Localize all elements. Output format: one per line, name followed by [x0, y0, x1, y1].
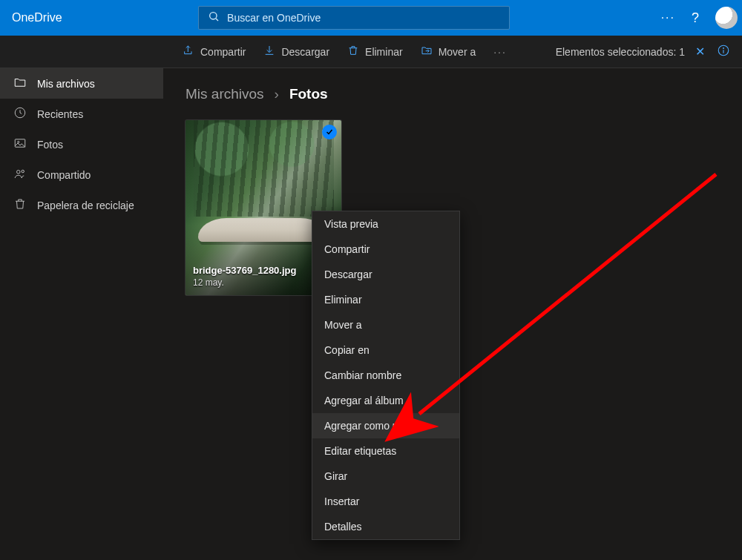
delete-label: Eliminar [365, 46, 403, 58]
context-menu-item[interactable]: Cambiar nombre [312, 363, 459, 388]
photo-filename: bridge-53769_1280.jpg [193, 265, 296, 276]
download-label: Descargar [281, 46, 329, 58]
sidebar-item-label: Papelera de reciclaje [37, 200, 134, 211]
download-button[interactable]: Descargar [263, 45, 329, 59]
share-button[interactable]: Compartir [183, 45, 246, 59]
avatar[interactable] [715, 7, 738, 29]
search-box[interactable] [198, 6, 510, 30]
image-icon [13, 136, 27, 152]
context-menu-item[interactable]: Mover a [312, 312, 459, 337]
sidebar-item-label: Fotos [37, 139, 63, 151]
sidebar-item-recent[interactable]: Recientes [0, 99, 163, 129]
delete-button[interactable]: Eliminar [347, 45, 403, 59]
context-menu-item[interactable]: Insertar [312, 489, 459, 514]
sidebar-item-recycle-bin[interactable]: Papelera de reciclaje [0, 190, 163, 220]
context-menu-item[interactable]: Eliminar [312, 287, 459, 312]
download-icon [263, 45, 275, 59]
header-more-icon[interactable]: ··· [661, 11, 675, 24]
selection-count: Elementos seleccionados: 1 [556, 46, 685, 58]
context-menu-item[interactable]: Vista previa [312, 211, 459, 237]
command-more-icon[interactable]: ··· [493, 46, 507, 58]
chevron-right-icon: › [275, 86, 279, 102]
svg-point-0 [210, 13, 217, 19]
context-menu-item[interactable]: Compartir [312, 237, 459, 262]
svg-point-7 [18, 141, 19, 142]
search-input[interactable] [227, 12, 500, 24]
folder-icon [13, 76, 27, 91]
breadcrumb: Mis archivos › Fotos [186, 86, 720, 102]
context-menu-item[interactable]: Agregar al álbum [312, 388, 459, 413]
context-menu-item[interactable]: Editar etiquetas [312, 438, 459, 464]
trash-icon [347, 45, 359, 59]
move-to-label: Mover a [439, 46, 476, 58]
context-menu-item[interactable]: Detalles [312, 514, 459, 539]
svg-point-9 [22, 170, 24, 172]
move-to-button[interactable]: Mover a [421, 45, 476, 59]
sidebar-item-label: Recientes [37, 108, 83, 120]
folder-move-icon [421, 45, 433, 59]
sidebar-item-label: Compartido [37, 169, 91, 181]
sidebar-item-photos[interactable]: Fotos [0, 129, 163, 159]
details-pane-toggle[interactable] [717, 44, 730, 59]
share-label: Compartir [200, 46, 246, 58]
photo-date: 12 may. [193, 277, 296, 288]
svg-point-8 [17, 171, 21, 174]
info-icon [717, 47, 730, 59]
sidebar-item-label: Mis archivos [37, 78, 95, 90]
context-menu: Vista previaCompartirDescargarEliminarMo… [312, 211, 460, 540]
help-icon[interactable]: ? [692, 10, 699, 26]
clock-icon [13, 106, 27, 122]
command-bar: Compartir Descargar Eliminar Mover a ···… [0, 36, 742, 68]
context-menu-item[interactable]: Girar [312, 464, 459, 489]
sidebar-item-my-files[interactable]: Mis archivos [0, 68, 163, 99]
svg-point-4 [723, 48, 724, 49]
trash-icon [13, 197, 27, 213]
clear-selection-button[interactable]: ✕ [695, 45, 705, 59]
app-brand[interactable]: OneDrive [12, 11, 62, 24]
sidebar-item-shared[interactable]: Compartido [0, 159, 163, 190]
search-icon [208, 10, 220, 25]
header-bar: OneDrive ··· ? [0, 0, 742, 36]
context-menu-item[interactable]: Copiar en [312, 337, 459, 363]
sidebar: Mis archivos Recientes Fotos Compartido … [0, 68, 163, 560]
breadcrumb-current: Fotos [289, 86, 328, 102]
context-menu-item[interactable]: Agregar como portada [312, 413, 459, 438]
svg-line-1 [216, 19, 218, 21]
selection-check-icon[interactable] [322, 125, 337, 139]
breadcrumb-parent[interactable]: Mis archivos [186, 86, 264, 102]
people-icon [13, 167, 27, 182]
context-menu-item[interactable]: Descargar [312, 262, 459, 287]
photo-caption: bridge-53769_1280.jpg 12 may. [193, 265, 296, 288]
share-icon [183, 45, 194, 59]
